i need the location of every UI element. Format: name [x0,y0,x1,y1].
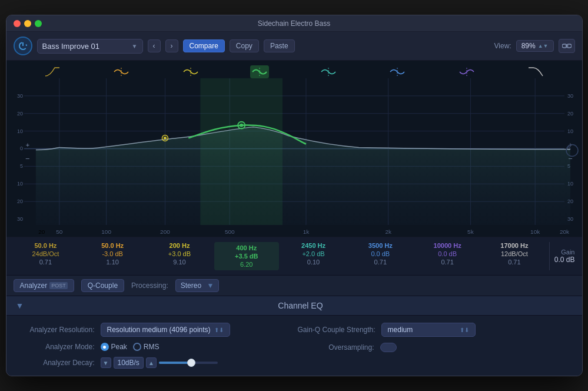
svg-text:10: 10 [567,128,573,134]
band-3-params[interactable]: 200 Hz +3.0 dB 9.10 [147,242,212,270]
oversampling-row: Oversampling: [298,343,570,352]
toolbar-right: View: 89% ▲▼ [494,39,575,53]
settings-left: Analyzer Resolution: Resolution medium (… [18,323,291,369]
title-bar: Sidechain Electro Bass [6,15,582,32]
gain-q-dropdown[interactable]: medium ⬆⬇ [381,323,476,337]
svg-text:5: 5 [19,163,22,169]
band-2-freq: 50.0 Hz [101,242,124,249]
svg-point-56 [240,124,243,127]
gain-col: Gain 0.0 dB [549,242,575,270]
view-percent-control[interactable]: 89% ▲▼ [516,40,554,52]
copy-button[interactable]: Copy [230,39,259,52]
settings-toggle-icon[interactable]: ▼ [16,301,24,310]
svg-text:–: – [25,154,29,161]
mode-peak-option[interactable]: Peak [101,343,127,351]
decay-control: ▼ 10dB/s ▲ [101,357,218,369]
svg-text:1k: 1k [303,228,309,235]
oversampling-toggle[interactable] [380,343,397,352]
maximize-button[interactable] [35,20,42,27]
band-7-q: 0.71 [441,259,453,266]
resolution-value: Resolution medium (4096 points) [107,326,211,334]
svg-text:5k: 5k [467,228,474,235]
decay-down-button[interactable]: ▼ [101,357,111,368]
band-5-freq: 2450 Hz [301,242,325,249]
band-8-q: 0.71 [508,259,520,266]
paste-button[interactable]: Paste [264,39,295,52]
band-3-q: 9.10 [173,259,185,266]
gain-q-value: medium [388,326,413,334]
main-window: Sidechain Electro Bass Bass Improve 01 ▼… [6,15,583,376]
band-2-gain: -3.0 dB [102,250,122,257]
analyzer-label: Analyzer [20,281,48,290]
preset-name: Bass Improve 01 [42,42,100,51]
band-1-freq: 50.0 Hz [34,242,57,249]
eq-curve-display[interactable]: 20 50 100 200 500 1k 2k 5k 10k 20k 30 20… [6,61,582,237]
band-7-freq: 10000 Hz [434,242,461,249]
decay-slider[interactable] [159,362,218,364]
minimize-button[interactable] [24,20,31,27]
eq-display[interactable]: 20 50 100 200 500 1k 2k 5k 10k 20k 30 20… [6,61,582,237]
mode-rms-option[interactable]: RMS [133,343,160,351]
band-8-params[interactable]: 17000 Hz 12dB/Oct 0.71 [482,242,547,270]
mode-rms-label: RMS [144,343,160,351]
band-6-freq: 3500 Hz [368,242,393,249]
svg-text:+: + [25,142,29,149]
resolution-arrow-icon: ⬆⬇ [214,327,224,333]
band-3-freq: 200 Hz [170,242,190,249]
next-preset-button[interactable]: › [165,39,178,52]
svg-text:500: 500 [224,228,234,235]
oversampling-label: Oversampling: [298,343,374,352]
svg-text:30: 30 [16,216,22,222]
band-8-freq: 17000 Hz [500,242,528,249]
band-1-q: 0.71 [39,259,52,266]
band-1-gain: 24dB/Oct [32,250,59,257]
band-8-gain: 12dB/Oct [501,250,528,257]
decay-value: 10dB/s [114,357,144,369]
svg-text:20: 20 [567,111,573,117]
view-label: View: [494,42,511,50]
processing-value: Stereo [181,281,201,290]
band-6-params[interactable]: 3500 Hz 0.0 dB 0.71 [348,242,413,270]
settings-right: Gain-Q Couple Strength: medium ⬆⬇ Oversa… [298,323,570,369]
compare-button[interactable]: Compare [183,39,225,52]
band-7-params[interactable]: 10000 Hz 0.0 dB 0.71 [415,242,480,270]
close-button[interactable] [14,20,21,27]
band-2-params[interactable]: 50.0 Hz -3.0 dB 1.10 [80,242,145,270]
post-badge: POST [49,282,68,289]
power-button[interactable] [14,37,32,55]
peak-radio-icon [101,343,109,351]
analyzer-button[interactable]: Analyzer POST [14,279,74,292]
prev-preset-button[interactable]: ‹ [148,39,161,52]
gain-label: Gain [561,248,574,256]
svg-text:50: 50 [56,228,63,235]
toolbar: Bass Improve 01 ▼ ‹ › Compare Copy Paste… [6,32,582,61]
band-5-q: 0.10 [307,259,320,266]
svg-text:2k: 2k [385,228,391,235]
gain-value: 0.0 dB [554,256,575,264]
q-couple-button[interactable]: Q-Couple [81,279,124,292]
mode-peak-label: Peak [111,343,127,351]
decay-up-button[interactable]: ▲ [146,357,157,368]
band-3-gain: +3.0 dB [168,250,191,257]
settings-title: Channel EQ [28,301,572,310]
svg-text:20k: 20k [560,228,569,235]
analyzer-controls: Analyzer POST Q-Couple Processing: Stere… [6,276,582,296]
link-button[interactable] [559,39,575,53]
svg-text:10: 10 [16,128,22,134]
band-5-params[interactable]: 2450 Hz +2.0 dB 0.10 [281,242,346,270]
svg-text:10k: 10k [530,228,540,235]
resolution-dropdown[interactable]: Resolution medium (4096 points) ⬆⬇ [101,323,230,337]
band-6-gain: 0.0 dB [371,250,390,257]
settings-panel: ▼ Channel EQ Analyzer Resolution: Resolu… [6,296,582,376]
svg-text:30: 30 [16,93,22,99]
gain-q-label: Gain-Q Couple Strength: [298,326,376,334]
svg-text:200: 200 [160,228,170,235]
processing-dropdown[interactable]: Stereo ▼ [175,279,220,292]
svg-text:20: 20 [38,228,45,235]
svg-text:30: 30 [567,93,573,99]
band-1-params[interactable]: 50.0 Hz 24dB/Oct 0.71 [14,242,78,270]
preset-dropdown[interactable]: Bass Improve 01 ▼ [37,39,143,54]
resolution-label: Analyzer Resolution: [18,326,95,334]
view-percent-arrows-icon: ▲▼ [538,43,549,49]
band-4-params[interactable]: 400 Hz +3.5 dB 6.20 [214,242,279,270]
